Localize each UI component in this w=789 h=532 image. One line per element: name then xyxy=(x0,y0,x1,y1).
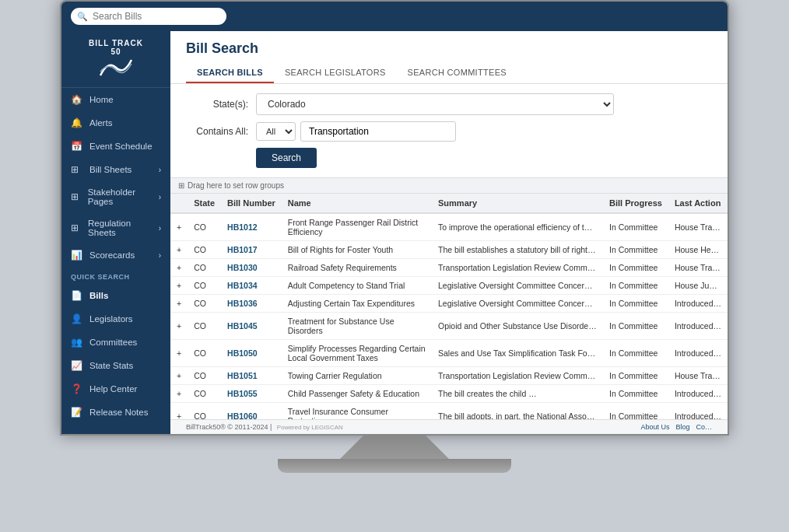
row-summary-6: Sales and Use Tax Simplification Task Fo… xyxy=(432,340,603,367)
row-bill-number-8[interactable]: HB1055 xyxy=(221,385,282,403)
row-progress-3: In Committee xyxy=(603,277,668,295)
grid3-icon: ⊞ xyxy=(71,222,82,233)
sidebar-item-bill-sheets[interactable]: ⊞ Bill Sheets › xyxy=(61,158,170,181)
row-name-5: Treatment for Substance Use Disorders xyxy=(282,313,432,340)
row-expand-2[interactable]: + xyxy=(170,259,188,277)
row-last-action-3: House Ju… xyxy=(668,277,728,295)
calendar-icon: 📅 xyxy=(71,141,83,152)
state-select[interactable]: Colorado xyxy=(256,93,614,115)
sidebar-item-alerts[interactable]: 🔔 Alerts xyxy=(61,111,170,135)
row-progress-4: In Committee xyxy=(603,295,668,313)
row-progress-2: In Committee xyxy=(603,259,668,277)
footer-links: About Us Blog Co… xyxy=(640,423,712,431)
results-area: ⊞ Drag here to set row groups State Bill… xyxy=(170,178,728,419)
row-bill-number-3[interactable]: HB1034 xyxy=(221,277,282,295)
table-row: + CO HB1060 Travel Insurance Consumer Pr… xyxy=(170,403,728,420)
tab-search-legislators[interactable]: SEARCH LEGISLATORS xyxy=(274,63,397,83)
row-state-1: CO xyxy=(188,241,221,259)
top-search-input[interactable] xyxy=(71,8,226,25)
home-icon: 🏠 xyxy=(71,94,83,105)
logo-icon xyxy=(96,56,135,79)
row-last-action-7: House Tra… xyxy=(668,367,728,385)
col-summary[interactable]: Summary xyxy=(432,194,603,213)
person-icon: 👤 xyxy=(71,313,83,324)
row-state-8: CO xyxy=(188,385,221,403)
row-expand-3[interactable]: + xyxy=(170,277,188,295)
row-last-action-6: Introduced… xyxy=(668,340,728,367)
contact-link[interactable]: Co… xyxy=(696,423,712,431)
row-expand-1[interactable]: + xyxy=(170,241,188,259)
sidebar-item-committees[interactable]: 👥 Committees xyxy=(61,331,170,354)
row-bill-number-2[interactable]: HB1030 xyxy=(221,259,282,277)
row-progress-7: In Committee xyxy=(603,367,668,385)
row-name-4: Adjusting Certain Tax Expenditures xyxy=(282,295,432,313)
row-name-0: Front Range Passenger Rail District Effi… xyxy=(282,213,432,241)
row-state-0: CO xyxy=(188,213,221,241)
row-bill-number-6[interactable]: HB1050 xyxy=(221,340,282,367)
row-state-3: CO xyxy=(188,277,221,295)
sidebar-item-home[interactable]: 🏠 Home xyxy=(61,88,170,111)
row-state-5: CO xyxy=(188,313,221,340)
chevron-right3-icon: › xyxy=(159,224,161,233)
state-label: State(s): xyxy=(186,99,248,110)
col-progress[interactable]: Bill Progress xyxy=(603,194,668,213)
monitor-base xyxy=(278,459,511,473)
row-last-action-5: Introduced… xyxy=(668,313,728,340)
row-expand-0[interactable]: + xyxy=(170,213,188,241)
row-expand-5[interactable]: + xyxy=(170,313,188,340)
table-row: + CO HB1012 Front Range Passenger Rail D… xyxy=(170,213,728,241)
contains-input[interactable] xyxy=(300,121,456,142)
row-progress-6: In Committee xyxy=(603,340,668,367)
row-state-9: CO xyxy=(188,403,221,420)
sidebar-item-stakeholder-pages[interactable]: ⊞ Stakeholder Pages › xyxy=(61,181,170,212)
col-last-action[interactable]: Last Action xyxy=(668,194,728,213)
table-row: + CO HB1045 Treatment for Substance Use … xyxy=(170,313,728,340)
notes-icon: 📝 xyxy=(71,407,83,418)
tab-search-bills[interactable]: SEARCH BILLS xyxy=(186,63,274,83)
drag-hint: ⊞ Drag here to set row groups xyxy=(170,178,728,194)
row-bill-number-5[interactable]: HB1045 xyxy=(221,313,282,340)
chevron-right2-icon: › xyxy=(159,193,161,201)
row-expand-7[interactable]: + xyxy=(170,367,188,385)
table-row: + CO HB1030 Railroad Safety Requirements… xyxy=(170,259,728,277)
row-summary-4: Legislative Oversight Committee Concerni… xyxy=(432,295,603,313)
row-bill-number-1[interactable]: HB1017 xyxy=(221,241,282,259)
sidebar-item-scorecards[interactable]: 📊 Scorecards › xyxy=(61,243,170,267)
sidebar-item-help-center[interactable]: ❓ Help Center xyxy=(61,377,170,401)
row-expand-9[interactable]: + xyxy=(170,403,188,420)
row-bill-number-9[interactable]: HB1060 xyxy=(221,403,282,420)
col-expand xyxy=(170,194,188,213)
row-last-action-4: Introduced… xyxy=(668,295,728,313)
row-last-action-9: Introduced… xyxy=(668,403,728,420)
sidebar-item-event-schedule[interactable]: 📅 Event Schedule xyxy=(61,135,170,158)
row-expand-8[interactable]: + xyxy=(170,385,188,403)
row-bill-number-7[interactable]: HB1051 xyxy=(221,367,282,385)
blog-link[interactable]: Blog xyxy=(675,423,689,431)
row-bill-number-4[interactable]: HB1036 xyxy=(221,295,282,313)
about-us-link[interactable]: About Us xyxy=(640,423,669,431)
tab-search-committees[interactable]: SEARCH COMMITTEES xyxy=(397,63,517,83)
footer-copyright: BillTrack50® © 2011-2024 | Powered by LE… xyxy=(186,423,343,431)
page-header: Bill Search SEARCH BILLS SEARCH LEGISLAT… xyxy=(170,31,728,84)
search-button[interactable]: Search xyxy=(256,148,317,168)
row-expand-4[interactable]: + xyxy=(170,295,188,313)
row-summary-0: To improve the operational efficiency of… xyxy=(432,213,603,241)
row-bill-number-0[interactable]: HB1012 xyxy=(221,213,282,241)
table-row: + CO HB1050 Simplify Processes Regarding… xyxy=(170,340,728,367)
sidebar-item-state-stats[interactable]: 📈 State Stats xyxy=(61,354,170,377)
sidebar-item-legislators[interactable]: 👤 Legislators xyxy=(61,307,170,331)
table-row: + CO HB1055 Child Passenger Safety & Edu… xyxy=(170,385,728,403)
row-summary-2: Transportation Legislation Review Commit… xyxy=(432,259,603,277)
col-state[interactable]: State xyxy=(188,194,221,213)
col-bill-number[interactable]: Bill Number xyxy=(221,194,282,213)
sidebar-item-regulation-sheets[interactable]: ⊞ Regulation Sheets › xyxy=(61,212,170,243)
main-content: Bill Search SEARCH BILLS SEARCH LEGISLAT… xyxy=(170,31,728,434)
col-name[interactable]: Name xyxy=(282,194,432,213)
row-expand-6[interactable]: + xyxy=(170,340,188,367)
top-bar xyxy=(61,2,728,31)
sidebar-item-bills[interactable]: 📄 Bills xyxy=(61,284,170,307)
contains-select[interactable]: All xyxy=(256,122,296,141)
row-progress-9: In Committee xyxy=(603,403,668,420)
sidebar-item-release-notes[interactable]: 📝 Release Notes xyxy=(61,401,170,424)
row-summary-8: The bill creates the child … xyxy=(432,385,603,403)
